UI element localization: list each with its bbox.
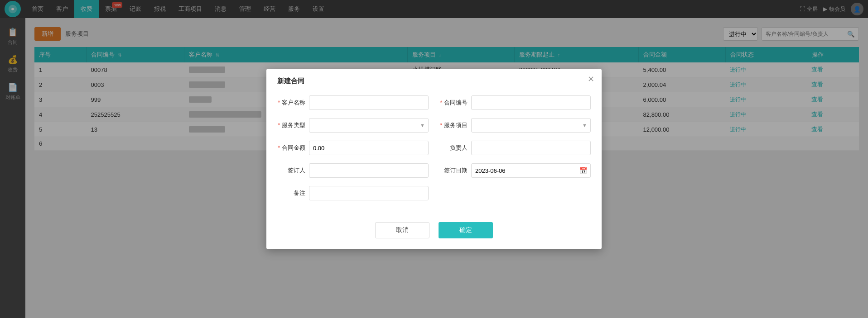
modal-overlay: 新建合同 ✕ 客户名称 合同编号 服务类型 (0, 0, 868, 318)
remarks-input[interactable] (309, 186, 429, 200)
service-item-select-wrapper: ▼ (471, 118, 591, 133)
form-group-customer-name: 客户名称 (277, 95, 429, 110)
modal-close-button[interactable]: ✕ (588, 75, 594, 83)
amount-label: 合同金额 (277, 144, 309, 152)
sign-person-label: 签订人 (277, 166, 309, 175)
contract-no-label: 合同编号 (439, 99, 471, 107)
responsible-input[interactable] (471, 141, 591, 155)
service-type-select-wrapper: ▼ (309, 118, 429, 133)
amount-input[interactable] (309, 141, 429, 155)
modal-footer: 取消 确定 (266, 218, 602, 249)
form-group-amount: 合同金额 (277, 141, 429, 155)
form-row-3: 合同金额 负责人 (277, 141, 591, 155)
modal-title: 新建合同 (266, 69, 602, 91)
form-row-1: 客户名称 合同编号 (277, 95, 591, 110)
form-row-4: 签订人 签订日期 📅 (277, 163, 591, 178)
form-group-contract-no: 合同编号 (439, 95, 591, 110)
responsible-label: 负责人 (439, 144, 471, 152)
service-item-select[interactable] (471, 118, 591, 133)
service-type-select[interactable] (309, 118, 429, 133)
service-item-label: 服务项目 (439, 121, 471, 129)
service-type-label: 服务类型 (277, 121, 309, 129)
customer-name-label: 客户名称 (277, 99, 309, 107)
form-group-service-item: 服务项目 ▼ (439, 118, 591, 133)
sign-date-label: 签订日期 (439, 166, 471, 175)
customer-name-input[interactable] (309, 95, 429, 110)
confirm-button[interactable]: 确定 (439, 222, 493, 238)
remarks-label: 备注 (277, 189, 309, 197)
form-group-remarks: 备注 (277, 186, 429, 200)
contract-no-input[interactable] (471, 95, 591, 110)
form-group-sign-date: 签订日期 📅 (439, 163, 591, 178)
sign-person-input[interactable] (309, 163, 429, 178)
form-row-5: 备注 (277, 186, 591, 200)
new-contract-modal: 新建合同 ✕ 客户名称 合同编号 服务类型 (266, 69, 602, 249)
modal-body: 客户名称 合同编号 服务类型 ▼ (266, 91, 602, 218)
form-row-2: 服务类型 ▼ 服务项目 ▼ (277, 118, 591, 133)
cancel-button[interactable]: 取消 (375, 222, 429, 238)
form-group-sign-person: 签订人 (277, 163, 429, 178)
form-group-service-type: 服务类型 ▼ (277, 118, 429, 133)
form-group-responsible: 负责人 (439, 141, 591, 155)
sign-date-input[interactable] (471, 163, 591, 178)
sign-date-wrapper: 📅 (471, 163, 591, 178)
